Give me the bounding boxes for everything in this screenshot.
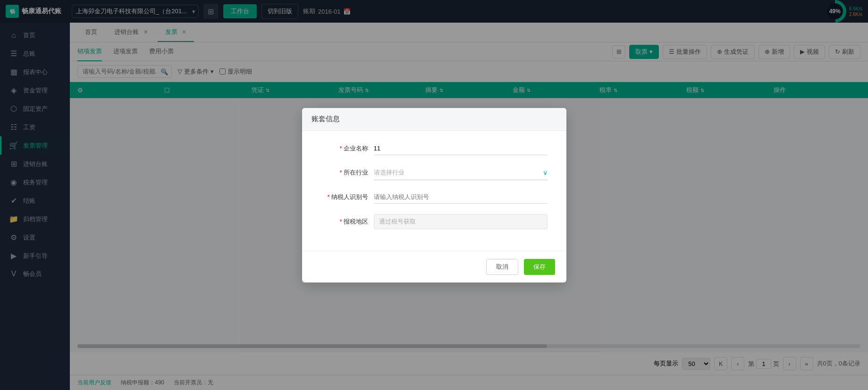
industry-label: 所在行业 bbox=[321, 168, 368, 177]
dialog-title: 账套信息 bbox=[312, 115, 340, 123]
save-button[interactable]: 保存 bbox=[524, 259, 555, 275]
dialog-body: 企业名称 所在行业 请选择行业 ∨ 纳税人识别号 报税地区 通过税号获取 bbox=[302, 131, 566, 251]
tax-region-row: 报税地区 通过税号获取 bbox=[321, 214, 548, 229]
company-name-label: 企业名称 bbox=[321, 144, 368, 153]
tax-id-label: 纳税人识别号 bbox=[321, 193, 368, 201]
dialog-header: 账套信息 bbox=[302, 108, 566, 131]
account-info-dialog: 账套信息 企业名称 所在行业 请选择行业 ∨ 纳税人识别号 bbox=[302, 108, 566, 282]
tax-region-readonly: 通过税号获取 bbox=[374, 214, 548, 229]
tax-id-row: 纳税人识别号 bbox=[321, 191, 548, 204]
dialog-overlay: 账套信息 企业名称 所在行业 请选择行业 ∨ 纳税人识别号 bbox=[0, 0, 868, 390]
industry-select[interactable]: 请选择行业 ∨ bbox=[374, 166, 548, 180]
tax-region-label: 报税地区 bbox=[321, 217, 368, 226]
company-name-input[interactable] bbox=[374, 142, 548, 155]
company-name-row: 企业名称 bbox=[321, 142, 548, 155]
dialog-footer: 取消 保存 bbox=[302, 251, 566, 282]
industry-row: 所在行业 请选择行业 ∨ bbox=[321, 166, 548, 180]
industry-placeholder: 请选择行业 bbox=[374, 168, 543, 177]
tax-id-input[interactable] bbox=[374, 191, 548, 204]
industry-arrow-icon: ∨ bbox=[543, 169, 548, 176]
cancel-button[interactable]: 取消 bbox=[486, 259, 518, 275]
